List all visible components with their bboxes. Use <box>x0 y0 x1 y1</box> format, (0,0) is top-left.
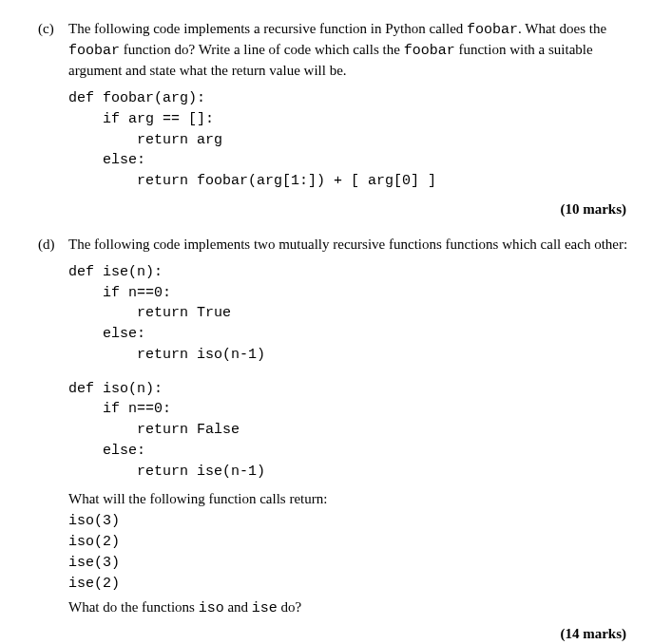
question-d-label: (d) <box>38 235 68 255</box>
question-d: (d) The following code implements two mu… <box>38 235 634 644</box>
d-prompt2-text-1: What do the functions <box>68 599 199 615</box>
d-code-block-2: def iso(n): if n==0: return False else: … <box>68 379 634 483</box>
c-desc-mono-3: foobar <box>404 43 455 59</box>
c-desc-text-1: The following code implements a recursiv… <box>68 21 467 36</box>
question-c-description: The following code implements a recursiv… <box>68 19 634 81</box>
d-prompt-1: What will the following function calls r… <box>68 489 634 509</box>
question-c-label: (c) <box>38 19 68 39</box>
d-prompt2-mono-2: ise <box>252 600 278 616</box>
question-d-description: The following code implements two mutual… <box>68 235 634 255</box>
d-prompt2-mono-1: iso <box>199 600 224 616</box>
c-desc-mono-2: foobar <box>68 43 120 59</box>
d-calls-block: iso(3) iso(2) ise(3) ise(2) <box>68 511 634 594</box>
question-c: (c) The following code implements a recu… <box>38 19 634 219</box>
c-code-block: def foobar(arg): if arg == []: return ar… <box>68 88 634 192</box>
d-prompt2-text-3: do? <box>278 599 301 615</box>
question-c-header: (c) The following code implements a recu… <box>38 19 634 81</box>
c-desc-mono-1: foobar <box>467 22 518 38</box>
c-marks: (10 marks) <box>38 199 634 219</box>
question-d-header: (d) The following code implements two mu… <box>38 235 634 255</box>
d-prompt2-text-2: and <box>224 599 252 615</box>
d-code-block-1: def ise(n): if n==0: return True else: r… <box>68 262 634 366</box>
c-desc-text-3: function do? Write a line of code which … <box>120 42 404 57</box>
d-prompt-2: What do the functions iso and ise do? <box>68 597 634 618</box>
d-marks: (14 marks) <box>38 624 634 644</box>
c-desc-text-2: . What does the <box>518 21 606 36</box>
